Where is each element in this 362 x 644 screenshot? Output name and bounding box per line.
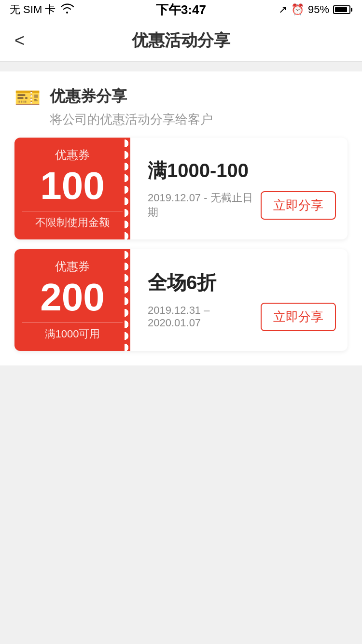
battery-percent: 95% — [308, 3, 329, 16]
coupon-date-1: 2019.12.07 - 无截止日期 — [148, 191, 255, 220]
section-header: 🎫 优惠券分享 将公司的优惠活动分享给客户 — [0, 71, 362, 138]
coupon-amount-2: 200 — [40, 278, 104, 317]
coupon-right-1: 满1000-100 2019.12.07 - 无截止日期 立即分享 — [130, 138, 348, 239]
wifi-icon — [60, 3, 74, 16]
coupon-label-2: 优惠券 — [55, 259, 90, 274]
section-text-group: 优惠券分享 将公司的优惠活动分享给客户 — [50, 86, 213, 128]
coupon-left-2: 优惠券 200 满1000可用 — [14, 249, 130, 351]
status-right: ↗ ⏰ 95% — [278, 3, 352, 16]
section-title: 优惠券分享 — [50, 86, 213, 107]
coupon-date-2: 2019.12.31 – 2020.01.07 — [148, 304, 255, 329]
coupon-card-1: 优惠券 100 不限制使用金额 满1000-100 2019.12.07 - 无… — [14, 138, 348, 239]
coupon-left-1: 优惠券 100 不限制使用金额 — [14, 138, 130, 239]
status-left: 无 SIM 卡 — [10, 2, 74, 17]
battery-icon — [333, 5, 352, 14]
coupon-list: 优惠券 100 不限制使用金额 满1000-100 2019.12.07 - 无… — [0, 138, 362, 365]
section-subtitle: 将公司的优惠活动分享给客户 — [50, 111, 213, 128]
share-button-2[interactable]: 立即分享 — [261, 303, 336, 331]
coupon-condition-2: 满1000可用 — [22, 322, 123, 341]
alarm-icon: ⏰ — [291, 3, 304, 16]
coupon-label-1: 优惠券 — [55, 147, 90, 163]
back-button[interactable]: < — [14, 32, 25, 49]
coupon-name-2: 全场6折 — [148, 269, 336, 296]
coupon-amount-1: 100 — [40, 167, 104, 205]
status-time: 下午3:47 — [156, 1, 206, 18]
nav-bar: < 优惠活动分享 — [0, 19, 362, 62]
section-gap — [0, 62, 362, 71]
coupon-right-2: 全场6折 2019.12.31 – 2020.01.07 立即分享 — [130, 249, 348, 351]
coupon-condition-1: 不限制使用金额 — [22, 211, 123, 230]
coupon-section-icon: 🎫 — [14, 87, 41, 108]
coupon-name-1: 满1000-100 — [148, 157, 336, 184]
page-title: 优惠活动分享 — [132, 29, 230, 52]
coupon-meta-1: 2019.12.07 - 无截止日期 立即分享 — [148, 191, 336, 220]
carrier-text: 无 SIM 卡 — [10, 2, 56, 17]
bottom-filler — [0, 365, 362, 559]
status-bar: 无 SIM 卡 下午3:47 ↗ ⏰ 95% — [0, 0, 362, 19]
share-button-1[interactable]: 立即分享 — [261, 191, 336, 220]
coupon-card-2: 优惠券 200 满1000可用 全场6折 2019.12.31 – 2020.0… — [14, 249, 348, 351]
location-icon: ↗ — [278, 3, 287, 16]
coupon-meta-2: 2019.12.31 – 2020.01.07 立即分享 — [148, 303, 336, 331]
